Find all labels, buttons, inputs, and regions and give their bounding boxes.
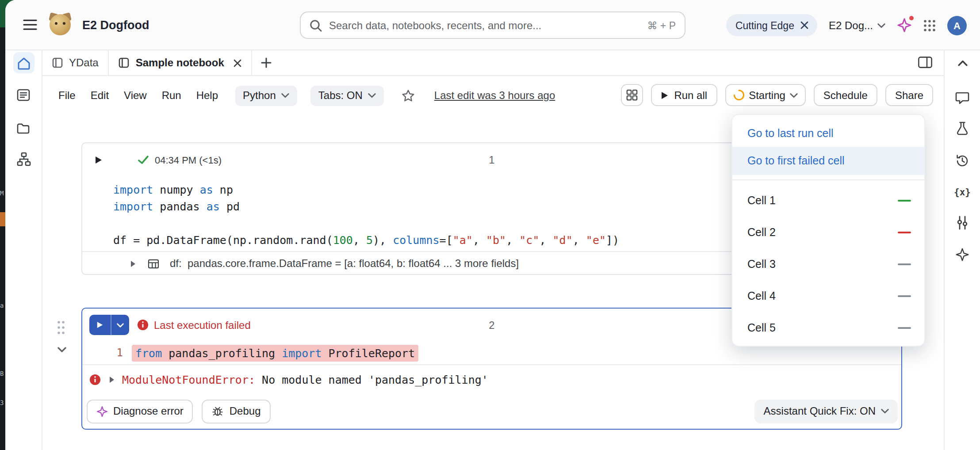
debug-label: Debug <box>230 405 261 417</box>
machine-status-button[interactable]: Starting <box>725 84 806 106</box>
error-actions-row: Diagnose error Debug Assistant Quick Fix… <box>82 393 901 429</box>
language-selector[interactable]: Python <box>235 85 297 106</box>
menu-help[interactable]: Help <box>196 89 218 102</box>
chevron-down-icon <box>368 93 376 98</box>
chevron-down-icon <box>281 93 289 98</box>
cells-dropdown-popover: Go to last run cell Go to first failed c… <box>731 114 925 347</box>
background-window-orange-block <box>0 212 5 226</box>
menu-file[interactable]: File <box>58 89 76 102</box>
right-rail: {x} <box>944 50 980 450</box>
schedule-label: Schedule <box>823 89 868 101</box>
cell-status-dash-neutral <box>898 327 911 329</box>
split-view-icon[interactable] <box>918 57 932 68</box>
close-tab-icon[interactable] <box>234 59 242 67</box>
top-bar-right: Cutting Edge E2 Dog... <box>727 0 967 50</box>
menu-edit[interactable]: Edit <box>91 89 109 102</box>
output-summary: df: pandas.core.frame.DataFrame = [a: fl… <box>170 257 519 270</box>
workspace-switcher[interactable]: E2 Dog... <box>829 19 885 31</box>
language-label: Python <box>243 89 276 102</box>
files-folder-icon[interactable] <box>13 118 34 139</box>
spinner-icon <box>733 89 744 101</box>
cell-status-dash-success <box>898 200 911 202</box>
go-to-first-failed-cell-item[interactable]: Go to first failed cell <box>732 147 924 175</box>
cell-status-dash-neutral <box>898 295 911 297</box>
environment-chip[interactable]: Cutting Edge <box>727 14 817 36</box>
comments-icon[interactable] <box>952 87 973 108</box>
collapse-panel-chevron-up-icon[interactable] <box>952 52 973 73</box>
error-highlighted-code[interactable]: from pandas_profiling import ProfileRepo… <box>132 344 418 361</box>
popover-cell-label: Cell 4 <box>747 290 776 302</box>
apps-grid-icon[interactable] <box>923 19 936 31</box>
close-icon[interactable] <box>800 21 808 29</box>
share-label: Share <box>895 89 923 101</box>
ai-sparkle-icon <box>96 405 108 417</box>
search-shortcut: ⌘ + P <box>647 19 676 31</box>
settings-sliders-icon[interactable] <box>952 212 973 233</box>
background-glyph: a <box>0 302 5 309</box>
assistant-quick-fix-toggle[interactable]: Assistant Quick Fix: ON <box>755 399 898 423</box>
chevron-down-icon <box>877 23 885 28</box>
favorite-star-icon[interactable] <box>402 89 415 102</box>
play-icon <box>661 91 669 99</box>
environment-chip-label: Cutting Edge <box>735 20 794 31</box>
popover-cell-label: Cell 2 <box>747 226 776 239</box>
search-placeholder: Search data, notebooks, recents, and mor… <box>329 19 640 31</box>
diagnose-error-button[interactable]: Diagnose error <box>87 399 193 423</box>
history-icon[interactable] <box>952 150 973 172</box>
tab-label: YData <box>69 57 99 69</box>
chevron-down-icon <box>881 408 889 414</box>
run-all-button[interactable]: Run all <box>651 84 717 106</box>
hamburger-menu-icon[interactable] <box>23 19 37 30</box>
popover-cell-item-4[interactable]: Cell 4 <box>732 280 924 312</box>
last-edit-link[interactable]: Last edit was 3 hours ago <box>434 89 555 102</box>
top-bar: E2 Dogfood Search data, notebooks, recen… <box>5 0 980 50</box>
schedule-button[interactable]: Schedule <box>814 84 877 106</box>
menu-view[interactable]: View <box>124 89 147 102</box>
left-rail <box>5 50 42 450</box>
popover-cell-item-2[interactable]: Cell 2 <box>732 217 924 248</box>
popover-cell-label: Cell 1 <box>747 194 776 207</box>
popover-cell-item-5[interactable]: Cell 5 <box>732 312 924 344</box>
run-all-label: Run all <box>674 89 707 101</box>
user-avatar[interactable]: A <box>947 15 967 35</box>
expand-traceback-triangle-icon[interactable] <box>109 375 115 383</box>
popover-cell-item-1[interactable]: Cell 1 <box>732 185 924 217</box>
new-tab-button[interactable] <box>253 50 281 75</box>
debug-button[interactable]: Debug <box>202 399 271 423</box>
cell-status-dash-neutral <box>898 263 911 266</box>
background-glyph: 3 <box>0 400 5 407</box>
table-of-contents-icon[interactable] <box>13 84 34 105</box>
go-to-last-run-cell-item[interactable]: Go to last run cell <box>732 120 924 147</box>
ai-notifications-button[interactable] <box>897 18 912 33</box>
error-message: No module named 'pandas_profiling' <box>255 373 488 386</box>
doge-face <box>50 14 71 35</box>
layout-grid-button[interactable] <box>621 84 643 106</box>
tab-sample-notebook[interactable]: Sample notebook <box>109 50 253 75</box>
error-output-row[interactable]: ModuleNotFoundError: No module named 'pa… <box>82 364 901 393</box>
global-search-input[interactable]: Search data, notebooks, recents, and mor… <box>300 11 685 39</box>
diagnose-error-label: Diagnose error <box>113 405 184 417</box>
share-button[interactable]: Share <box>885 84 933 106</box>
expand-output-triangle-icon[interactable] <box>130 259 136 267</box>
notebook-tab-bar: YData Sample notebook <box>42 50 944 76</box>
popover-cell-label: Cell 3 <box>747 258 776 271</box>
integrations-schema-icon[interactable] <box>13 149 34 170</box>
menu-run[interactable]: Run <box>162 89 181 102</box>
tab-ydata[interactable]: YData <box>42 50 109 75</box>
home-button[interactable] <box>13 52 34 73</box>
app-window: M a B 3 E2 Dogfood Search data, notebook… <box>0 0 980 450</box>
ai-sparkle-icon[interactable] <box>952 244 973 265</box>
line-number: 1 <box>109 347 123 359</box>
tabs-toggle[interactable]: Tabs: ON <box>310 85 384 106</box>
collapse-cell-chevron-icon[interactable] <box>57 347 66 353</box>
drag-handle-icon[interactable] <box>57 320 65 335</box>
assistant-quick-fix-label: Assistant Quick Fix: ON <box>764 405 876 417</box>
experiments-beaker-icon[interactable] <box>952 118 973 139</box>
bug-icon <box>212 405 224 417</box>
machine-status-label: Starting <box>749 89 785 101</box>
chevron-down-icon <box>790 92 798 98</box>
popover-cell-item-3[interactable]: Cell 3 <box>732 248 924 280</box>
popover-divider <box>732 179 924 180</box>
variables-icon[interactable]: {x} <box>952 181 973 202</box>
workspace-avatar-doge[interactable] <box>49 13 72 36</box>
